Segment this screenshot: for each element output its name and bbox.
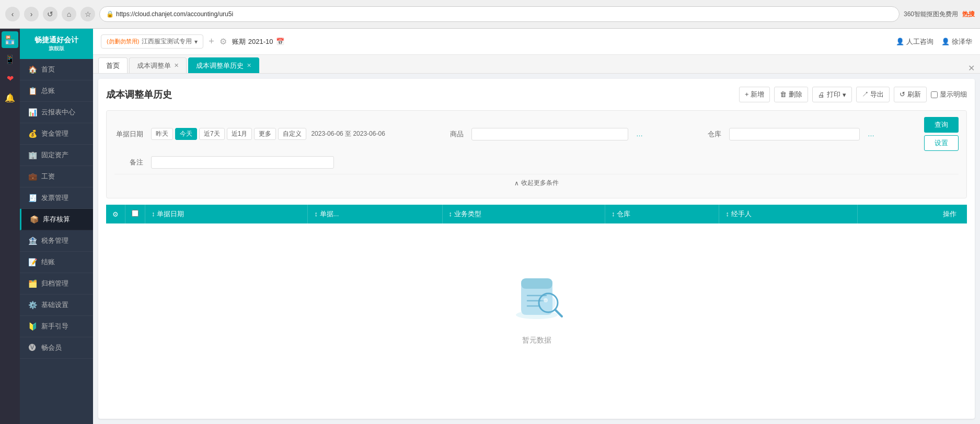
sidebar-item-salary[interactable]: 💼 工资 [20, 166, 93, 187]
note-input[interactable] [151, 156, 334, 169]
sidebar-item-inventory[interactable]: 📦 库存核算 [20, 209, 93, 230]
back-button[interactable]: ‹ [5, 7, 20, 21]
service-icon: 👤 [896, 38, 904, 45]
sidebar-label-salary: 工资 [41, 172, 55, 181]
star-button[interactable]: ☆ [80, 7, 95, 21]
sidebar-item-ledger[interactable]: 📋 总账 [20, 80, 93, 102]
tax-icon: 🏦 [28, 237, 37, 245]
sidebar-item-member[interactable]: 🅥 畅会员 [20, 337, 93, 359]
url-bar[interactable]: 🔒 https://cloud.chanjet.com/accounting/u… [99, 6, 900, 22]
sidebar: 畅捷通好会计 旗舰版 🏠 首页 📋 总账 📊 云报表中心 💰 资金管理 🏢 固定… [20, 29, 93, 424]
yesterday-btn[interactable]: 昨天 [151, 128, 173, 140]
warehouse-input[interactable] [729, 128, 860, 140]
th-operator[interactable]: ↕ 经手人 [719, 205, 858, 223]
filter-row-note: 备注 [114, 156, 959, 169]
sidebar-item-settings[interactable]: ⚙️ 基础设置 [20, 295, 93, 316]
sidebar-item-reports[interactable]: 📊 云报表中心 [20, 102, 93, 123]
query-button[interactable]: 查询 [924, 117, 959, 133]
refresh-button[interactable]: ↺ [43, 7, 57, 21]
th-biz-type[interactable]: ↕ 业务类型 [442, 205, 605, 223]
data-table: ⚙ ↕ 单据日期 ↕ 单据... [106, 205, 967, 387]
more-date-btn[interactable]: 更多 [254, 128, 276, 140]
tab-cost-adjust-history[interactable]: 成本调整单历史 ✕ [188, 57, 259, 73]
th-date[interactable]: ↕ 单据日期 [145, 205, 308, 223]
collapse-button[interactable]: ∧ 收起更多条件 [514, 179, 559, 187]
collapse-chevron-icon: ∧ [514, 180, 519, 187]
sidebar-label-guide: 新手引导 [41, 322, 68, 331]
th-number-label: ↕ 单据... [314, 209, 339, 219]
icon-bar-item-4[interactable]: 🔔 [2, 89, 18, 106]
sidebar-item-invoice[interactable]: 🧾 发票管理 [20, 187, 93, 209]
top-bar: (勿删勿禁用) 江西服宝测试专用 ▾ + ⚙ 账期 2021-10 📅 👤 人工… [93, 29, 980, 55]
th-operator-label: ↕ 经手人 [725, 209, 751, 219]
browser-tools: 360智能抠图免费用 热搜 [904, 10, 975, 19]
settings-icon: ⚙️ [28, 301, 37, 309]
date-quick-buttons: 昨天 今天 近7天 近1月 更多 自定义 2023-06-06 至 2023-0… [151, 128, 385, 140]
goods-more-btn[interactable]: … [636, 130, 643, 138]
company-selector[interactable]: (勿删勿禁用) 江西服宝测试专用 ▾ [101, 34, 203, 49]
refresh-button-page[interactable]: ↺ 刷新 [894, 87, 927, 102]
new-button[interactable]: + 新增 [739, 87, 770, 102]
print-dropdown-icon: ▾ [843, 91, 846, 99]
icon-bar-item-2[interactable]: 📱 [2, 51, 18, 67]
sidebar-item-funds[interactable]: 💰 资金管理 [20, 123, 93, 145]
invoice-icon: 🧾 [28, 194, 37, 202]
month1-btn[interactable]: 近1月 [227, 128, 252, 140]
th-warehouse[interactable]: ↕ 仓库 [605, 205, 719, 223]
add-tab-icon[interactable]: + [209, 36, 214, 47]
sidebar-label-ledger: 总账 [41, 86, 55, 96]
sidebar-label-inventory: 库存核算 [43, 215, 70, 224]
select-all-checkbox[interactable] [132, 210, 139, 217]
th-number[interactable]: ↕ 单据... [308, 205, 442, 223]
forward-button[interactable]: › [24, 7, 39, 21]
settings-circle-icon[interactable]: ⚙ [220, 37, 227, 46]
period-value: 2021-10 [248, 38, 273, 45]
tab-home[interactable]: 首页 [98, 57, 128, 73]
custom-date-btn[interactable]: 自定义 [278, 128, 306, 140]
warehouse-more-btn[interactable]: … [868, 130, 874, 138]
closing-icon: 📝 [28, 258, 37, 266]
export-button[interactable]: ↗ 导出 [856, 87, 890, 102]
sidebar-item-assets[interactable]: 🏢 固定资产 [20, 145, 93, 166]
sidebar-logo: 畅捷通好会计 旗舰版 [20, 29, 93, 59]
show-detail-checkbox[interactable]: 显示明细 [931, 90, 967, 99]
icon-bar-item-3[interactable]: ❤ [2, 70, 18, 87]
lock-icon: 🔒 [106, 10, 114, 18]
user-service[interactable]: 👤 人工咨询 [896, 37, 933, 46]
goods-input[interactable] [471, 128, 628, 140]
th-gear[interactable]: ⚙ [106, 205, 125, 223]
page-content: 成本调整单历史 + 新增 🗑 删除 🖨 打印 ▾ ↗ 导出 ↺ 刷新 显示明细 [98, 79, 975, 419]
home-icon: 🏠 [28, 65, 37, 74]
print-button[interactable]: 🖨 打印 ▾ [812, 87, 852, 102]
member-icon: 🅥 [28, 344, 37, 352]
ledger-icon: 📋 [28, 87, 37, 95]
week7-btn[interactable]: 近7天 [199, 128, 225, 140]
top-bar-right: 👤 人工咨询 👤 徐泽华 [896, 37, 972, 46]
page-header: 成本调整单历史 + 新增 🗑 删除 🖨 打印 ▾ ↗ 导出 ↺ 刷新 显示明细 [106, 87, 967, 102]
top-bar-left: (勿删勿禁用) 江西服宝测试专用 ▾ + ⚙ 账期 2021-10 📅 [101, 34, 284, 49]
reports-icon: 📊 [28, 108, 37, 116]
company-warn: (勿删勿禁用) [107, 38, 139, 45]
tab-cost-adjust[interactable]: 成本调整单 ✕ [129, 57, 187, 73]
sidebar-item-closing[interactable]: 📝 结账 [20, 252, 93, 273]
sidebar-item-guide[interactable]: 🔰 新手引导 [20, 316, 93, 337]
tab-cost-adjust-close[interactable]: ✕ [174, 62, 179, 69]
close-all-icon[interactable]: ✕ [968, 63, 975, 73]
dropdown-arrow-icon: ▾ [194, 38, 198, 45]
home-button[interactable]: ⌂ [62, 7, 76, 21]
today-btn[interactable]: 今天 [175, 128, 197, 140]
icon-bar-active-item[interactable]: 🏪 [2, 31, 18, 48]
sidebar-item-tax[interactable]: 🏦 税务管理 [20, 230, 93, 252]
show-detail-input[interactable] [931, 91, 938, 98]
th-checkbox[interactable] [125, 205, 145, 223]
main-content: (勿删勿禁用) 江西服宝测试专用 ▾ + ⚙ 账期 2021-10 📅 👤 人工… [93, 29, 980, 424]
goods-filter-label: 商品 [435, 129, 464, 139]
tab-cost-adjust-history-close[interactable]: ✕ [247, 62, 251, 69]
sidebar-label-closing: 结账 [41, 257, 55, 267]
sidebar-item-home[interactable]: 🏠 首页 [20, 59, 93, 80]
delete-button[interactable]: 🗑 删除 [774, 87, 808, 102]
filter-settings-button[interactable]: 设置 [924, 135, 959, 151]
sidebar-item-archive[interactable]: 🗂️ 归档管理 [20, 273, 93, 295]
user-info[interactable]: 👤 徐泽华 [941, 37, 972, 46]
calendar-icon[interactable]: 📅 [276, 38, 284, 45]
